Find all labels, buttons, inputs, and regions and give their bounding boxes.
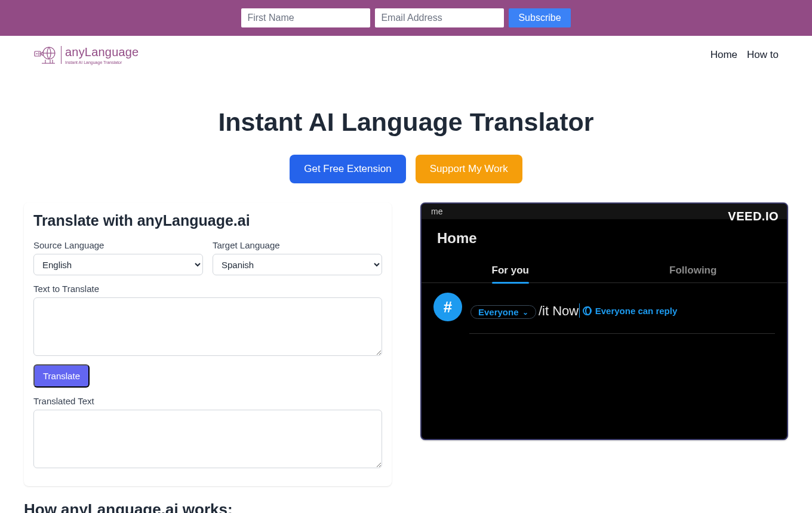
- demo-compose-text-value: /it Now: [539, 303, 579, 318]
- nav-howto[interactable]: How to: [747, 49, 779, 61]
- logo-name: anyLanguage: [65, 45, 139, 59]
- text-to-translate-input[interactable]: [33, 297, 382, 356]
- svg-point-3: [36, 53, 38, 54]
- main: Translate with anyLanguage.ai Source Lan…: [0, 183, 812, 486]
- support-button[interactable]: Support My Work: [416, 155, 522, 183]
- source-language-select[interactable]: English: [33, 254, 203, 275]
- demo-tab-following[interactable]: Following: [669, 265, 716, 282]
- hero: Instant AI Language Translator Get Free …: [0, 107, 812, 183]
- demo-brand: VEED.IO: [728, 210, 779, 223]
- text-to-translate-field: Text to Translate: [33, 284, 382, 356]
- source-language-label: Source Language: [33, 240, 203, 250]
- hero-buttons: Get Free Extension Support My Work: [0, 155, 812, 183]
- how-section: How anyLanguage.ai works:: [0, 486, 812, 513]
- demo-reply-label: Everyone can reply: [595, 306, 678, 316]
- page-title: Instant AI Language Translator: [0, 107, 812, 137]
- subscribe-button[interactable]: Subscribe: [509, 8, 570, 27]
- demo-compose-divider: [469, 333, 775, 334]
- main-nav: Home How to: [710, 49, 779, 61]
- chevron-down-icon: ⌄: [522, 308, 528, 317]
- demo-tabs: For you Following: [422, 265, 787, 282]
- source-language-field: Source Language English: [33, 240, 203, 275]
- demo-audience-pill[interactable]: Everyone ⌄: [470, 305, 536, 319]
- translated-text-output[interactable]: [33, 410, 382, 468]
- how-title: How anyLanguage.ai works:: [24, 500, 788, 513]
- logo-tagline: Instant AI Language Translator: [65, 60, 139, 64]
- email-input[interactable]: [375, 8, 504, 27]
- demo-audience-label: Everyone: [478, 307, 519, 317]
- demo-reply-setting[interactable]: Everyone can reply: [583, 306, 678, 316]
- logo-icon: [33, 45, 57, 64]
- globe-icon: [583, 306, 592, 315]
- logo-divider: [61, 46, 61, 64]
- demo-tab-for-you[interactable]: For you: [492, 265, 529, 282]
- translate-card: Translate with anyLanguage.ai Source Lan…: [24, 202, 392, 486]
- demo-titlebar-text: me: [431, 207, 442, 216]
- demo-compose-text[interactable]: /it Now: [539, 303, 580, 319]
- get-extension-button[interactable]: Get Free Extension: [290, 155, 405, 183]
- language-row: Source Language English Target Language …: [33, 240, 382, 284]
- target-language-select[interactable]: Spanish: [213, 254, 382, 275]
- demo-avatar: #: [433, 293, 462, 321]
- nav-home[interactable]: Home: [710, 49, 737, 61]
- translated-text-label: Translated Text: [33, 396, 382, 406]
- subscribe-bar: Subscribe: [0, 0, 812, 36]
- header: anyLanguage Instant AI Language Translat…: [0, 36, 812, 74]
- logo-text-block: anyLanguage Instant AI Language Translat…: [65, 45, 139, 64]
- target-language-field: Target Language Spanish: [213, 240, 382, 275]
- translate-card-title: Translate with anyLanguage.ai: [33, 212, 382, 229]
- logo[interactable]: anyLanguage Instant AI Language Translat…: [33, 45, 139, 64]
- text-caret: [579, 303, 580, 318]
- demo-compose: # Everyone ⌄ /it Now Everyone can reply: [422, 283, 787, 321]
- text-to-translate-label: Text to Translate: [33, 284, 382, 294]
- translate-button[interactable]: Translate: [33, 364, 90, 388]
- translated-text-field: Translated Text: [33, 396, 382, 468]
- demo-panel: me VEED.IO Home For you Following # Ever…: [420, 202, 788, 440]
- target-language-label: Target Language: [213, 240, 382, 250]
- first-name-input[interactable]: [241, 8, 370, 27]
- demo-compose-right: Everyone ⌄ /it Now Everyone can reply: [470, 293, 775, 321]
